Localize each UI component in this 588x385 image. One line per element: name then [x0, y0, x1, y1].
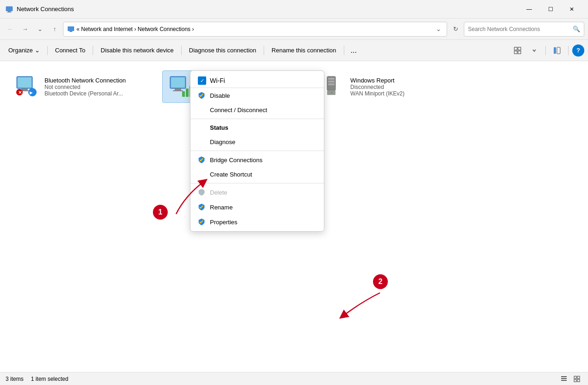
svg-rect-38: [577, 379, 580, 382]
help-button[interactable]: ?: [572, 44, 584, 57]
svg-rect-1: [8, 11, 11, 12]
svg-rect-36: [577, 376, 580, 379]
ctx-disable[interactable]: Disable: [190, 88, 324, 103]
list-view-icon: [561, 376, 567, 382]
ctx-diagnose[interactable]: Diagnose: [190, 135, 324, 149]
toolbar-separator-2: [93, 46, 93, 55]
close-button[interactable]: ✕: [561, 2, 582, 17]
svg-rect-24: [186, 88, 189, 97]
svg-rect-10: [557, 47, 560, 54]
organize-button[interactable]: Organize ⌄: [4, 43, 44, 58]
grid-view-button[interactable]: [571, 374, 582, 384]
ctx-connect-disconnect[interactable]: Connect / Disconnect: [190, 103, 324, 117]
svg-rect-12: [18, 77, 32, 88]
annotation-marker-1: 1: [153, 205, 168, 220]
svg-rect-29: [328, 83, 335, 85]
shield-icon-bridge: [198, 156, 205, 164]
selected-count: 1 item selected: [31, 376, 69, 382]
ctx-status[interactable]: Status: [190, 120, 324, 135]
grid-view-icon: [574, 376, 580, 382]
toolbar-separator-4: [264, 46, 264, 55]
status-left: 3 items 1 item selected: [6, 376, 68, 382]
ctx-diagnose-label: Diagnose: [210, 139, 235, 145]
back-button[interactable]: ←: [4, 23, 17, 36]
network-connections-icon: [6, 6, 13, 13]
svg-rect-37: [574, 379, 576, 382]
annotation-marker-2: 2: [373, 274, 388, 289]
wan-network-status: Disconnected: [350, 84, 458, 90]
shield-icon-disable: [198, 92, 205, 99]
toolbar-separator-5: [344, 46, 344, 55]
svg-rect-33: [561, 378, 567, 379]
up-button[interactable]: ↑: [48, 23, 61, 36]
toolbar: Organize ⌄ Connect To Disable this netwo…: [0, 40, 588, 61]
svg-rect-35: [574, 376, 576, 379]
svg-rect-20: [171, 77, 185, 88]
title-bar: Network Connections — ☐ ✕: [0, 0, 588, 19]
rename-button[interactable]: Rename this connection: [267, 43, 341, 58]
search-box[interactable]: 🔍: [464, 22, 584, 37]
svg-rect-13: [21, 88, 28, 90]
network-item-wan[interactable]: Windows Report Disconnected WAN Miniport…: [315, 70, 463, 103]
window-title: Network Connections: [17, 6, 74, 13]
bluetooth-network-icon: ✕ ▸: [15, 75, 39, 99]
svg-rect-23: [182, 91, 185, 97]
view-options-dropdown-button[interactable]: [527, 43, 542, 58]
address-dropdown-button[interactable]: ⌄: [434, 25, 443, 33]
svg-rect-8: [518, 51, 521, 54]
more-options-button[interactable]: ...: [347, 44, 360, 57]
bluetooth-network-name: Bluetooth Network Connection: [44, 77, 152, 84]
view-layout-button[interactable]: [510, 43, 525, 58]
annotation-arrow-1: [158, 168, 222, 223]
svg-rect-27: [328, 78, 335, 80]
list-view-button[interactable]: [558, 374, 569, 384]
network-item-bluetooth[interactable]: ✕ ▸ Bluetooth Network Connection Not con…: [9, 70, 158, 103]
toolbar-separator-3: [181, 46, 182, 55]
status-bar: 3 items 1 item selected: [0, 372, 588, 385]
ctx-status-label: Status: [210, 124, 228, 131]
status-right: [558, 374, 582, 384]
wan-network-type: WAN Miniport (IKEv2): [350, 90, 458, 97]
organize-chevron-icon: ⌄: [35, 47, 40, 54]
ctx-connect-disconnect-label: Connect / Disconnect: [210, 107, 267, 114]
svg-rect-0: [6, 6, 13, 11]
search-icon: 🔍: [573, 25, 580, 32]
bluetooth-network-status: Not connected: [44, 84, 152, 90]
wan-network-info: Windows Report Disconnected WAN Miniport…: [350, 77, 458, 97]
wifi-network-icon: [168, 75, 192, 99]
connect-to-button[interactable]: Connect To: [51, 43, 90, 58]
maximize-button[interactable]: ☐: [540, 2, 561, 17]
svg-rect-34: [561, 380, 567, 381]
svg-rect-3: [68, 26, 74, 31]
address-path-box[interactable]: « Network and Internet › Network Connect…: [63, 22, 447, 37]
svg-rect-21: [175, 88, 181, 90]
svg-point-31: [331, 92, 333, 94]
disable-button[interactable]: Disable this network device: [96, 43, 178, 58]
refresh-button[interactable]: ↻: [449, 23, 462, 36]
address-text: « Network and Internet › Network Connect…: [76, 26, 432, 32]
content-area: ✕ ▸ Bluetooth Network Connection Not con…: [0, 61, 588, 372]
search-input[interactable]: [468, 26, 570, 32]
title-bar-controls: — ☐ ✕: [518, 2, 582, 17]
context-menu-title: Wi-Fi: [210, 77, 225, 84]
wan-network-name: Windows Report: [350, 77, 458, 84]
context-menu-header: ✓ Wi-Fi: [190, 73, 324, 88]
svg-rect-32: [561, 376, 567, 377]
context-menu-check: ✓: [198, 76, 206, 85]
svg-rect-4: [70, 31, 72, 32]
annotation-arrow-2: [324, 288, 389, 325]
minimize-button[interactable]: —: [518, 2, 540, 17]
svg-rect-2: [7, 12, 12, 13]
toolbar-separator-7: [568, 46, 569, 55]
pane-button[interactable]: [550, 43, 564, 58]
items-count: 3 items: [6, 376, 24, 382]
path-icon: [67, 25, 75, 33]
recent-locations-button[interactable]: ⌄: [33, 23, 46, 36]
forward-button[interactable]: →: [19, 23, 32, 36]
pane-icon: [553, 47, 561, 54]
ctx-bridge-connections[interactable]: Bridge Connections: [190, 152, 324, 167]
diagnose-button[interactable]: Diagnose this connection: [184, 43, 261, 58]
bluetooth-network-info: Bluetooth Network Connection Not connect…: [44, 77, 152, 97]
svg-rect-6: [518, 47, 521, 50]
svg-rect-5: [514, 47, 517, 50]
